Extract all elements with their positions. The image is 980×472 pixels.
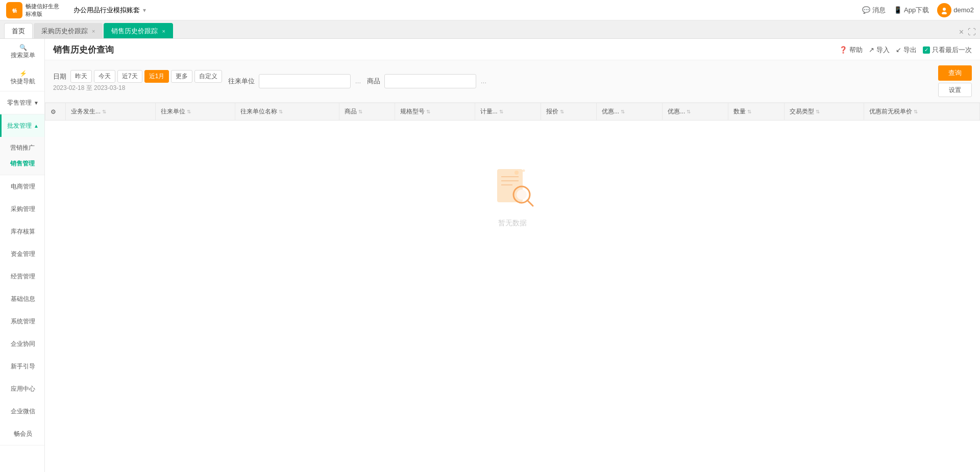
date-filter-group: 日期 昨天 今天 近7天 近1月 更多 自定义 2023-02-18 至 202…: [53, 70, 222, 92]
app-center-label: 应用中心: [11, 385, 35, 393]
svg-point-2: [943, 8, 946, 11]
col-spec[interactable]: 规格型号 ⇅: [395, 103, 475, 121]
query-button[interactable]: 查询: [938, 65, 972, 81]
tab-sales-history[interactable]: 销售历史价跟踪 ×: [104, 23, 173, 38]
sidebar-section-retail: 零售管理 ▼: [0, 91, 44, 114]
product-label: 商品: [367, 77, 380, 86]
retail-expand-icon: ▼: [34, 100, 39, 106]
sidebar-item-finance[interactable]: 资金管理: [0, 243, 44, 265]
data-table: ⚙ 业务发生... ⇅ 往来单位 ⇅: [45, 103, 980, 269]
header-right: 💬 消息 📱 App下载 demo2: [862, 3, 974, 17]
date-btn-custom[interactable]: 自定义: [194, 70, 222, 83]
col-tax-price[interactable]: 优惠前无税单价 ⇅: [864, 103, 980, 121]
only-last-checkbox[interactable]: ✓ 只看最后一次: [923, 45, 972, 55]
partner-input[interactable]: [259, 74, 351, 88]
date-btn-yesterday[interactable]: 昨天: [70, 70, 92, 83]
tab-sales-close-icon[interactable]: ×: [162, 28, 165, 34]
sidebar-item-cooperation[interactable]: 企业协同: [0, 333, 44, 355]
sidebar-item-sales-mgmt[interactable]: 销售管理: [0, 156, 44, 172]
enterprise-wechat-label: 企业微信: [11, 407, 35, 416]
sort-discount1-icon: ⇅: [621, 109, 625, 114]
checkbox-checked-icon: ✓: [923, 46, 930, 54]
logo-text: 畅捷信好生意 标准版: [26, 3, 59, 17]
date-options-group: 日期 昨天 今天 近7天 近1月 更多 自定义: [53, 70, 222, 83]
date-btn-more[interactable]: 更多: [171, 70, 192, 83]
col-partner-code[interactable]: 往来单位 ⇅: [155, 103, 235, 121]
wholesale-row: 批发管理 ▲: [7, 122, 39, 130]
sidebar-item-enterprise-wechat[interactable]: 企业微信: [0, 400, 44, 422]
sidebar-item-wholesale-mgmt[interactable]: 批发管理 ▲: [0, 114, 44, 137]
quick-nav-icon: ⚡: [19, 70, 27, 77]
tab-purchase-history[interactable]: 采购历史价跟踪 ×: [34, 23, 103, 38]
sort-date-icon: ⇅: [102, 109, 106, 114]
date-buttons: 昨天 今天 近7天 近1月 更多 自定义: [70, 70, 222, 83]
breadcrumb: 办公用品行业模拟账套 ▾: [74, 6, 146, 15]
col-quantity[interactable]: 数量 ⇅: [728, 103, 784, 121]
app-download-button[interactable]: 📱 App下载: [894, 6, 929, 15]
page-title: 销售历史价查询: [53, 44, 114, 56]
sidebar: 🔍 搜索菜单 ⚡ 快捷导航 零售管理 ▼ 批发管理 ▲: [0, 39, 45, 472]
app-icon: 📱: [894, 6, 902, 14]
help-icon: ❓: [839, 46, 847, 54]
sales-mgmt-label: 销售管理: [10, 159, 35, 168]
partner-dots-button[interactable]: …: [355, 78, 361, 85]
export-button[interactable]: ↙ 导出: [896, 45, 917, 55]
message-button[interactable]: 💬 消息: [862, 6, 886, 15]
sidebar-item-operation[interactable]: 经营管理: [0, 265, 44, 288]
date-btn-today[interactable]: 今天: [94, 70, 115, 83]
date-label: 日期: [53, 72, 66, 81]
col-price[interactable]: 报价 ⇅: [541, 103, 596, 121]
tab-bar-actions: × ⛶: [959, 28, 976, 38]
search-menu-icon: 🔍: [19, 44, 27, 51]
col-date[interactable]: 业务发生... ⇅: [66, 103, 156, 121]
sidebar-item-system[interactable]: 系统管理: [0, 310, 44, 333]
sidebar-item-purchase[interactable]: 采购管理: [0, 198, 44, 220]
message-icon: 💬: [862, 6, 870, 14]
filter-right-actions: 查询 设置: [938, 65, 972, 97]
col-trade-type[interactable]: 交易类型 ⇅: [784, 103, 864, 121]
breadcrumb-arrow-icon: ▾: [143, 7, 146, 14]
tab-close-all-button[interactable]: ×: [959, 28, 964, 36]
col-discount1[interactable]: 优惠... ⇅: [597, 103, 663, 121]
sidebar-item-basic-info[interactable]: 基础信息: [0, 288, 44, 310]
sidebar-item-search-menu[interactable]: 🔍 搜索菜单: [0, 39, 44, 65]
col-product[interactable]: 商品 ⇅: [339, 103, 395, 121]
setting-button[interactable]: 设置: [938, 83, 972, 97]
sort-discount2-icon: ⇅: [687, 109, 691, 114]
col-settings: ⚙: [45, 103, 66, 121]
purchase-label: 采购管理: [11, 205, 35, 214]
operation-label: 经营管理: [11, 272, 35, 281]
help-button[interactable]: ❓ 帮助: [839, 45, 863, 55]
col-unit[interactable]: 计量... ⇅: [475, 103, 541, 121]
col-partner-name[interactable]: 往来单位名称 ⇅: [235, 103, 339, 121]
tab-maximize-button[interactable]: ⛶: [968, 28, 976, 36]
filter-bar: 日期 昨天 今天 近7天 近1月 更多 自定义 2023-02-18 至 202…: [45, 60, 980, 103]
sidebar-item-inventory[interactable]: 库存核算: [0, 220, 44, 243]
empty-text: 暂无数据: [498, 219, 527, 228]
sidebar-item-app-center[interactable]: 应用中心: [0, 377, 44, 400]
empty-state-row: 暂无数据: [45, 121, 980, 269]
sidebar-item-retail-mgmt[interactable]: 零售管理 ▼: [0, 91, 44, 114]
product-input[interactable]: [384, 74, 476, 88]
sidebar-item-beginner[interactable]: 新手引导: [0, 355, 44, 377]
date-btn-1month[interactable]: 近1月: [144, 70, 169, 83]
sidebar-item-quick-nav[interactable]: ⚡ 快捷导航: [0, 65, 44, 91]
sort-partner-name-icon: ⇅: [279, 109, 283, 114]
svg-point-3: [942, 12, 947, 14]
page-header: 销售历史价查询 ❓ 帮助 ↗ 导入 ↙ 导出 ✓ 只看最后一次: [45, 39, 980, 60]
sidebar-sub-menu: 营销推广 销售管理: [0, 137, 44, 175]
tab-home[interactable]: 首页: [4, 23, 33, 38]
date-btn-7days[interactable]: 近7天: [117, 70, 142, 83]
header-left: 畅 畅捷信好生意 标准版 办公用品行业模拟账套 ▾: [6, 2, 146, 18]
product-dots-button[interactable]: …: [480, 78, 486, 85]
user-profile-button[interactable]: demo2: [937, 3, 974, 17]
tab-purchase-close-icon[interactable]: ×: [92, 28, 95, 34]
sidebar-search-label: 搜索菜单: [11, 51, 35, 60]
col-discount2[interactable]: 优惠... ⇅: [663, 103, 728, 121]
svg-line-10: [527, 200, 533, 206]
import-button[interactable]: ↗ 导入: [869, 45, 890, 55]
sidebar-item-marketing[interactable]: 营销推广: [0, 140, 44, 156]
settings-icon[interactable]: ⚙: [51, 108, 56, 115]
sidebar-item-ecommerce[interactable]: 电商管理: [0, 175, 44, 198]
sidebar-item-member[interactable]: 畅会员: [0, 422, 44, 445]
